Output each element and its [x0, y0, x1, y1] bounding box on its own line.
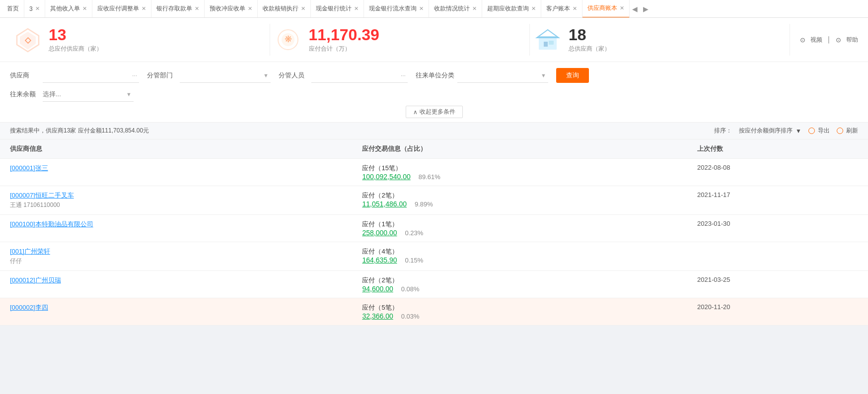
table-row: [000100]本特勤油品有限公司应付（1笔）258,000.000.23%20… — [0, 215, 868, 242]
svg-text:◇: ◇ — [24, 36, 32, 44]
close-prepay-ar[interactable]: ✕ — [248, 5, 252, 12]
stat-info-payable-suppliers: 13 总应付供应商（家） — [49, 27, 102, 53]
nav-prev-arrow[interactable]: ◀ — [630, 0, 641, 18]
top-nav: 首页 3 ✕ 其他收入单 ✕ 应收应付调整单 ✕ 银行存取款单 ✕ 预收冲应收单… — [0, 0, 868, 18]
filter-supplier: 供应商 ··· — [10, 68, 139, 83]
stat-card-payable-suppliers: ◇ 13 总应付供应商（家） — [10, 24, 270, 56]
collapse-button[interactable]: ∧ 收起更多条件 — [406, 106, 463, 118]
nav-tab-supplier-ledger[interactable]: 供应商账本 ✕ — [582, 0, 630, 18]
cell-last-pay-3 — [687, 242, 868, 271]
col-tx-info: 应付交易信息（占比） — [352, 139, 687, 159]
cell-last-pay-5: 2020-11-20 — [687, 298, 868, 326]
close-cash-bank-stat[interactable]: ✕ — [354, 5, 359, 12]
person-input[interactable] — [311, 71, 399, 79]
export-button[interactable]: 导出 — [808, 127, 830, 135]
video-link[interactable]: 视频 — [810, 36, 822, 44]
sort-value: 按应付余额倒序排序 — [739, 127, 793, 135]
category-input[interactable] — [457, 71, 541, 79]
cell-tx-info-1: 应付（2笔）11,051,486.009.89% — [352, 186, 687, 215]
results-bar: 搜索结果中，供应商13家 应付金额111,703,854.00元 排序： 按应付… — [0, 123, 868, 139]
close-receipt-stat[interactable]: ✕ — [472, 5, 477, 12]
nav-tab-receipt-stat[interactable]: 收款情况统计 ✕ — [429, 0, 482, 18]
tx-amount-4[interactable]: 94,600.00 — [362, 285, 393, 293]
nav-tab-prepay-ar[interactable]: 预收冲应收单 ✕ — [205, 0, 258, 18]
close-other-income[interactable]: ✕ — [82, 5, 87, 12]
nav-tab-home[interactable]: 首页 — [2, 0, 24, 18]
close-cash-bank-flow[interactable]: ✕ — [419, 5, 424, 12]
supplier-input[interactable] — [43, 68, 130, 83]
refresh-button[interactable]: 刷新 — [837, 127, 858, 135]
svg-rect-9 — [549, 41, 554, 45]
last-pay-date-1: 2021-11-17 — [697, 191, 730, 198]
tx-amount-0[interactable]: 100,092,540.00 — [362, 173, 410, 181]
dept-input[interactable] — [180, 71, 263, 79]
close-ar-ap-adjust[interactable]: ✕ — [142, 5, 146, 12]
tx-amount-2[interactable]: 258,000.00 — [362, 229, 397, 237]
supplier-link-2[interactable]: [000100]本特勤油品有限公司 — [10, 220, 93, 228]
collapse-label: 收起更多条件 — [420, 108, 455, 116]
help-link[interactable]: 帮助 — [846, 36, 858, 44]
nav-tab-3[interactable]: 3 ✕ — [24, 0, 45, 18]
close-payment-verify[interactable]: ✕ — [301, 5, 305, 12]
stat-label-total-suppliers: 总供应商（家） — [569, 45, 610, 53]
filter-row-1: 供应商 ··· 分管部门 ▼ 分管人员 ··· 往来单位分类 — [10, 68, 858, 83]
nav-tab-other-income[interactable]: 其他收入单 ✕ — [45, 0, 92, 18]
balance-select-wrapper[interactable]: ▼ — [43, 87, 134, 102]
collapse-bar: ∧ 收起更多条件 — [10, 106, 858, 118]
cell-supplier-info-1: [000007]恒旺二手叉车王通 17106110000 — [0, 186, 352, 215]
filter-balance-label: 往来余额 — [10, 90, 40, 99]
tx-amount-3[interactable]: 164,635.90 — [362, 256, 397, 264]
close-tab-3[interactable]: ✕ — [35, 5, 40, 12]
tx-pct-2: 0.23% — [405, 229, 424, 237]
cell-last-pay-1: 2021-11-17 — [687, 186, 868, 215]
help-links: ⊙ 视频 │ ⊙ 帮助 — [790, 36, 859, 44]
tx-label-4: 应付（2笔） — [362, 276, 677, 285]
last-pay-date-4: 2021-03-25 — [697, 276, 730, 283]
tx-pct-4: 0.08% — [401, 285, 420, 293]
person-input-wrapper: ··· — [311, 68, 408, 83]
table-row: [000012]广州贝瑞应付（2笔）94,600.000.08%2021-03-… — [0, 271, 868, 298]
circle-video-icon: ⊙ — [800, 36, 805, 44]
supplier-link-4[interactable]: [000012]广州贝瑞 — [10, 276, 61, 284]
svg-rect-8 — [544, 42, 548, 47]
tx-amount-5[interactable]: 32,366.00 — [362, 312, 393, 320]
category-select-wrapper[interactable]: ▼ — [457, 68, 548, 83]
close-overdue-ar[interactable]: ✕ — [531, 5, 536, 12]
supplier-link-3[interactable]: [001]广州荣轩 — [10, 248, 50, 255]
grain-icon: ❋ — [274, 26, 302, 54]
nav-next-arrow[interactable]: ▶ — [641, 0, 651, 18]
nav-tab-cash-bank-stat[interactable]: 现金银行统计 ✕ — [311, 0, 364, 18]
stat-info-payable-total: 11,170.39 应付合计（万） — [309, 27, 379, 53]
nav-tab-payment-verify[interactable]: 收款核销执行 ✕ — [258, 0, 311, 18]
person-more-icon[interactable]: ··· — [399, 72, 408, 79]
nav-tab-cash-bank-flow[interactable]: 现金银行流水查询 ✕ — [364, 0, 429, 18]
search-button[interactable]: 查询 — [556, 68, 589, 83]
nav-tab-ar-ap-adjust[interactable]: 应收应付调整单 ✕ — [92, 0, 151, 18]
stat-label-payable-total: 应付合计（万） — [309, 45, 379, 53]
close-supplier-ledger[interactable]: ✕ — [620, 5, 624, 11]
table-row: [000002]李四应付（5笔）32,366.000.03%2020-11-20 — [0, 298, 868, 326]
cell-tx-info-2: 应付（1笔）258,000.000.23% — [352, 215, 687, 242]
sort-select[interactable]: 按应付余额倒序排序 ▼ — [739, 127, 801, 135]
cell-last-pay-0: 2022-08-08 — [687, 159, 868, 186]
balance-input[interactable] — [43, 90, 126, 98]
supplier-link-0[interactable]: [000001]张三 — [10, 164, 48, 172]
supplier-link-1[interactable]: [000007]恒旺二手叉车 — [10, 192, 74, 199]
cell-supplier-info-5: [000002]李四 — [0, 298, 352, 326]
supplier-link-5[interactable]: [000002]李四 — [10, 304, 48, 311]
tx-label-0: 应付（15笔） — [362, 164, 677, 173]
dept-select-wrapper[interactable]: ▼ — [180, 68, 271, 83]
table-container: 供应商信息 应付交易信息（占比） 上次付数 [000001]张三应付（15笔）1… — [0, 139, 868, 326]
tx-amount-1[interactable]: 11,051,486.00 — [362, 200, 407, 208]
nav-tab-customer-ledger[interactable]: 客户账本 ✕ — [541, 0, 582, 18]
tx-pct-3: 0.15% — [405, 257, 424, 264]
table-row: [001]广州荣轩仔仔应付（4笔）164,635.900.15% — [0, 242, 868, 271]
supplier-more-icon[interactable]: ··· — [130, 72, 139, 79]
nav-tab-bank-deposit[interactable]: 银行存取款单 ✕ — [151, 0, 205, 18]
close-customer-ledger[interactable]: ✕ — [573, 5, 577, 12]
filter-person-label: 分管人员 — [279, 71, 308, 80]
supplier-sub-3: 仔仔 — [10, 257, 342, 265]
tx-pct-1: 9.89% — [415, 200, 433, 208]
close-bank-deposit[interactable]: ✕ — [195, 5, 199, 12]
nav-tab-overdue-ar[interactable]: 超期应收款查询 ✕ — [482, 0, 541, 18]
